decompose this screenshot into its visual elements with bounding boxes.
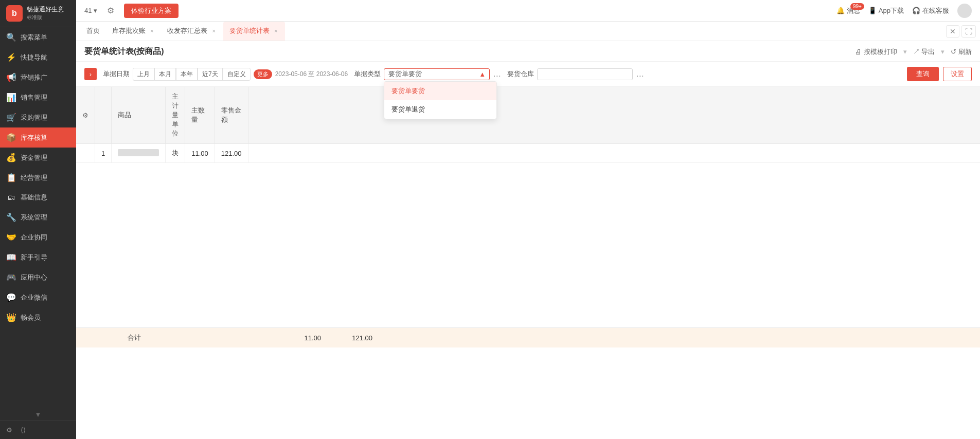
filter-bar: › 单据日期 上月本月本年近7天自定义 更多 2023-05-06 至 2023… [76,62,980,87]
col-retail: 零售金额 [215,87,248,144]
tab-fullscreen-btn[interactable]: ⛶ [961,25,976,38]
sidebar-item-sales[interactable]: 📊销售管理 [0,87,76,107]
tab-label-1: 库存批次账 [112,26,146,35]
tab-3[interactable]: 要货单统计表× [223,22,285,41]
app-icon: 📱 [868,7,877,14]
doc-type-input[interactable] [384,68,490,80]
sidebar-label-basic: 基础信息 [21,193,47,202]
inventory-icon: 📦 [6,133,16,142]
row-qty: 11.00 [185,144,215,163]
sidebar-item-basic[interactable]: 🗂基础信息 [0,188,76,207]
date-btn-4[interactable]: 自定义 [223,68,251,81]
tab-close-1[interactable]: × [149,27,155,34]
date-btn-1[interactable]: 本月 [154,68,176,81]
dropdown-option-1[interactable]: 要货单退货 [384,100,496,119]
notification-bell[interactable]: 🔔 消息 99+ [836,6,860,15]
sidebar-item-marketing[interactable]: 📢营销推广 [0,67,76,87]
action-sep: ▾ [941,48,945,56]
row-extra [248,144,980,163]
page-inner: 要货单统计表(按商品) 🖨 按模板打印▾↗ 导出▾↺ 刷新 › 单据日期 上月本… [76,41,980,439]
date-btn-2[interactable]: 本年 [176,68,198,81]
warehouse-filter-group: 要货仓库 … [507,68,644,80]
avatar[interactable] [957,4,972,18]
date-btn-3[interactable]: 近7天 [198,68,223,81]
date-buttons: 上月本月本年近7天自定义 [133,68,251,81]
online-service-link[interactable]: 🎧 在线客服 [912,6,949,15]
sidebar-label-vip: 畅会员 [21,313,41,322]
sidebar-item-operation[interactable]: 📋经营管理 [0,168,76,188]
date-more-tag[interactable]: 更多 [254,69,272,79]
app-logo-icon: b [6,5,23,22]
header-right: 🔔 消息 99+ 📱 App下载 🎧 在线客服 [836,4,972,18]
sidebar-item-wx[interactable]: 💬企业微信 [0,287,76,307]
sidebar-item-guide[interactable]: 📖新手引导 [0,247,76,267]
filter-expand-btn[interactable]: › [84,68,97,80]
sidebar-label-sales: 销售管理 [21,93,47,102]
date-filter-label: 单据日期 [103,69,130,79]
tab-close-2[interactable]: × [210,27,217,34]
row-retail: 121.00 [215,144,248,163]
col-qty: 主数量 [185,87,215,144]
tab-close-all-btn[interactable]: ✕ [946,25,959,38]
table-settings-col[interactable]: ⚙ [76,87,95,144]
filter-settings-button[interactable]: 设置 [943,67,972,81]
warehouse-more-btn[interactable]: … [636,69,644,79]
warehouse-input[interactable] [537,68,633,80]
sidebar-item-search[interactable]: 🔍搜索菜单 [0,27,76,47]
date-btn-0[interactable]: 上月 [133,68,154,81]
sidebar-collapse-btn[interactable]: ⟨⟩ [21,426,26,434]
title-action-0[interactable]: 🖨 按模板打印 [855,47,897,57]
tab-2[interactable]: 收发存汇总表× [161,22,223,41]
system-icon: 🔧 [6,212,16,222]
finance-icon: 💰 [6,153,16,162]
store-selector[interactable]: 41 ▾ [84,7,97,14]
action-sep: ▾ [903,48,907,56]
sidebar-item-vip[interactable]: 👑畅会员 [0,307,76,327]
tab-label-2: 收发存汇总表 [167,26,207,35]
sidebar-item-system[interactable]: 🔧系统管理 [0,207,76,227]
brand-name: 畅捷通好生意 [27,6,64,14]
title-action-1[interactable]: ↗ 导出 [913,47,935,57]
tab-0[interactable]: 首页 [80,22,106,41]
dropdown-option-0[interactable]: 要货单要货 [384,82,496,100]
service-label: 在线客服 [922,6,949,15]
row-gear [76,144,95,163]
sidebar-bottom: ⚙ ⟨⟩ [0,420,76,439]
filter-more-btn[interactable]: … [493,69,501,79]
brand-sub: 标准版 [27,14,64,21]
sidebar-logo: b 畅捷通好生意 标准版 [0,0,76,27]
sidebar-item-appstore[interactable]: 🎮应用中心 [0,267,76,287]
sidebar-settings-btn[interactable]: ⚙ [6,426,12,434]
sidebar-label-system: 系统管理 [21,213,47,222]
sidebar-item-purchase[interactable]: 🛒采购管理 [0,107,76,127]
trial-button[interactable]: 体验行业方案 [124,4,179,18]
page-title-actions: 🖨 按模板打印▾↗ 导出▾↺ 刷新 [855,47,972,57]
title-action-2[interactable]: ↺ 刷新 [951,47,972,57]
sidebar-item-finance[interactable]: 💰资金管理 [0,148,76,168]
doc-type-select-wrapper: ▲ 要货单要货要货单退货 [384,68,490,80]
bell-icon: 🔔 [836,7,845,14]
row-unit: 块 [166,144,185,163]
table-area: ⚙ 商品 主计量单位 主数量 零售金额 1 块 11.00 121.00 [76,87,980,163]
msg-badge: 99+ [850,3,864,10]
tab-1[interactable]: 库存批次账× [106,22,161,41]
sidebar-label-finance: 资金管理 [21,153,47,162]
sidebar-scroll-down[interactable]: ▼ [0,409,76,420]
sidebar-label-appstore: 应用中心 [21,273,47,282]
sidebar-item-quick-nav[interactable]: ⚡快捷导航 [0,47,76,67]
settings-gear-btn[interactable]: ⚙ [103,4,118,18]
enterprise-icon: 🤝 [6,232,16,242]
tab-close-3[interactable]: × [273,27,279,34]
sales-icon: 📊 [6,93,16,102]
sidebar-item-inventory[interactable]: 📦库存核算 [0,127,76,148]
sidebar-item-enterprise[interactable]: 🤝企业协同 [0,227,76,247]
row-idx: 1 [95,144,112,163]
sidebar-label-wx: 企业微信 [21,293,47,302]
app-brand: 畅捷通好生意 标准版 [27,6,64,21]
operation-icon: 📋 [6,173,16,182]
app-download-link[interactable]: 📱 App下载 [868,6,904,15]
query-button[interactable]: 查询 [907,67,939,81]
quick-nav-icon: ⚡ [6,52,16,62]
service-icon: 🎧 [912,7,920,14]
tab-bar: 首页库存批次账×收发存汇总表×要货单统计表× ✕ ⛶ [76,22,980,41]
